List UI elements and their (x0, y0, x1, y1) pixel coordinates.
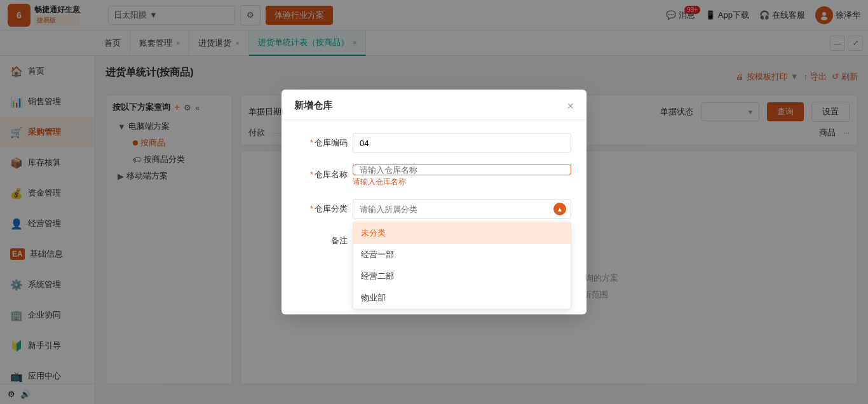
modal-close-btn[interactable]: × (567, 100, 574, 112)
form-row-category: *仓库分类 ▲ 未分类 经营一部 经营二部 物业部 (297, 199, 571, 219)
code-input[interactable] (353, 133, 571, 153)
modal-body: *仓库编码 *仓库名称 请输入仓库名称 *仓库分类 ▲ 未分类 (281, 120, 587, 273)
dropdown-option-0[interactable]: 未分类 (353, 222, 571, 244)
modal-title: 新增仓库 (294, 100, 332, 112)
notes-label: 备注 (297, 231, 348, 246)
dropdown-option-3[interactable]: 物业部 (353, 287, 571, 309)
category-input[interactable] (353, 199, 571, 219)
form-row-code: *仓库编码 (297, 133, 571, 153)
name-error-msg: 请输入仓库名称 (353, 177, 571, 187)
form-row-name: *仓库名称 请输入仓库名称 (297, 165, 571, 187)
modal-new-warehouse: 新增仓库 × *仓库编码 *仓库名称 请输入仓库名称 *仓库分类 (281, 90, 587, 314)
modal-header: 新增仓库 × (281, 90, 587, 120)
category-dropdown-wrap: ▲ 未分类 经营一部 经营二部 物业部 (353, 199, 571, 219)
dropdown-option-1[interactable]: 经营一部 (353, 244, 571, 266)
dropdown-option-2[interactable]: 经营二部 (353, 266, 571, 287)
code-label: *仓库编码 (297, 133, 348, 149)
category-label: *仓库分类 (297, 199, 348, 215)
name-input[interactable] (353, 165, 571, 175)
name-label: *仓库名称 (297, 165, 348, 180)
dropdown-arrow-icon[interactable]: ▲ (553, 203, 566, 215)
dropdown-list: 未分类 经营一部 经营二部 物业部 (353, 222, 571, 309)
